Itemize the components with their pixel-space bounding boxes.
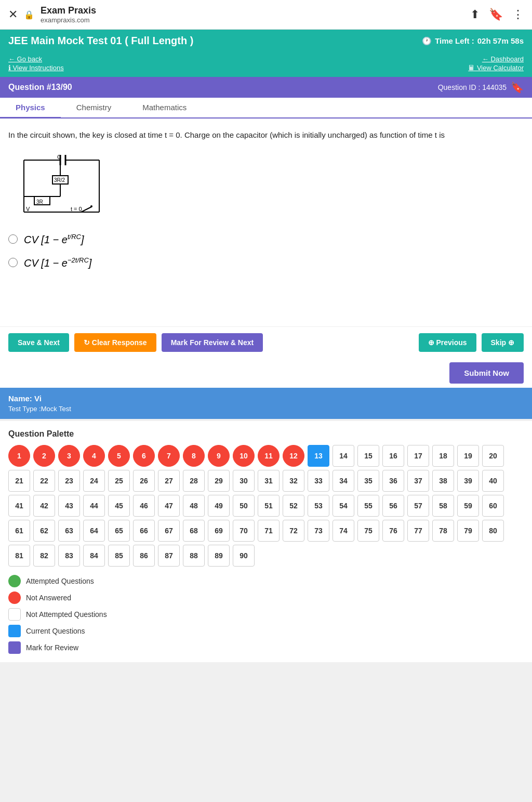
question-bookmark-icon[interactable]: 🔖 bbox=[511, 81, 524, 94]
palette-num-36[interactable]: 36 bbox=[382, 470, 404, 492]
palette-num-50[interactable]: 50 bbox=[233, 495, 255, 517]
palette-num-39[interactable]: 39 bbox=[457, 470, 479, 492]
option-1-radio[interactable] bbox=[8, 234, 18, 244]
palette-num-72[interactable]: 72 bbox=[283, 520, 304, 542]
palette-num-7[interactable]: 7 bbox=[158, 445, 180, 467]
palette-num-13[interactable]: 13 bbox=[308, 445, 329, 467]
tab-mathematics[interactable]: Mathematics bbox=[127, 98, 202, 119]
palette-num-88[interactable]: 88 bbox=[183, 545, 205, 567]
option-2-radio[interactable] bbox=[8, 258, 18, 267]
palette-num-56[interactable]: 56 bbox=[382, 495, 404, 517]
clear-response-button[interactable]: ↻ Clear Response bbox=[74, 333, 156, 352]
palette-num-57[interactable]: 57 bbox=[407, 495, 429, 517]
palette-num-22[interactable]: 22 bbox=[33, 470, 55, 492]
tab-chemistry[interactable]: Chemistry bbox=[61, 98, 127, 119]
palette-num-49[interactable]: 49 bbox=[208, 495, 230, 517]
palette-num-66[interactable]: 66 bbox=[133, 520, 155, 542]
palette-num-18[interactable]: 18 bbox=[432, 445, 454, 467]
palette-num-68[interactable]: 68 bbox=[183, 520, 205, 542]
palette-num-38[interactable]: 38 bbox=[432, 470, 454, 492]
palette-num-27[interactable]: 27 bbox=[158, 470, 180, 492]
palette-num-35[interactable]: 35 bbox=[357, 470, 379, 492]
palette-num-28[interactable]: 28 bbox=[183, 470, 205, 492]
palette-num-71[interactable]: 71 bbox=[258, 520, 280, 542]
share-button[interactable]: ⬆ bbox=[470, 8, 480, 21]
palette-num-87[interactable]: 87 bbox=[158, 545, 180, 567]
palette-num-48[interactable]: 48 bbox=[183, 495, 205, 517]
palette-num-89[interactable]: 89 bbox=[208, 545, 230, 567]
palette-num-84[interactable]: 84 bbox=[83, 545, 105, 567]
palette-num-45[interactable]: 45 bbox=[108, 495, 130, 517]
palette-num-23[interactable]: 23 bbox=[58, 470, 80, 492]
palette-num-25[interactable]: 25 bbox=[108, 470, 130, 492]
tab-physics[interactable]: Physics bbox=[0, 98, 61, 119]
palette-num-15[interactable]: 15 bbox=[357, 445, 379, 467]
palette-num-58[interactable]: 58 bbox=[432, 495, 454, 517]
palette-num-16[interactable]: 16 bbox=[382, 445, 404, 467]
view-instructions-link[interactable]: ℹ View Instructions bbox=[8, 64, 64, 72]
palette-num-14[interactable]: 14 bbox=[332, 445, 354, 467]
palette-num-60[interactable]: 60 bbox=[482, 495, 504, 517]
palette-num-37[interactable]: 37 bbox=[407, 470, 429, 492]
palette-num-40[interactable]: 40 bbox=[482, 470, 504, 492]
palette-num-77[interactable]: 77 bbox=[407, 520, 429, 542]
palette-num-19[interactable]: 19 bbox=[457, 445, 479, 467]
skip-button[interactable]: Skip ⊕ bbox=[482, 333, 524, 352]
palette-num-51[interactable]: 51 bbox=[258, 495, 280, 517]
palette-num-30[interactable]: 30 bbox=[233, 470, 255, 492]
palette-num-53[interactable]: 53 bbox=[308, 495, 329, 517]
palette-num-11[interactable]: 11 bbox=[258, 445, 280, 467]
palette-num-86[interactable]: 86 bbox=[133, 545, 155, 567]
view-calculator-link[interactable]: 🖩 View Calculator bbox=[468, 64, 524, 72]
palette-num-64[interactable]: 64 bbox=[83, 520, 105, 542]
palette-num-76[interactable]: 76 bbox=[382, 520, 404, 542]
palette-num-26[interactable]: 26 bbox=[133, 470, 155, 492]
palette-num-63[interactable]: 63 bbox=[58, 520, 80, 542]
palette-num-55[interactable]: 55 bbox=[357, 495, 379, 517]
palette-num-80[interactable]: 80 bbox=[482, 520, 504, 542]
palette-num-47[interactable]: 47 bbox=[158, 495, 180, 517]
palette-num-83[interactable]: 83 bbox=[58, 545, 80, 567]
palette-num-85[interactable]: 85 bbox=[108, 545, 130, 567]
palette-num-34[interactable]: 34 bbox=[332, 470, 354, 492]
palette-num-82[interactable]: 82 bbox=[33, 545, 55, 567]
palette-num-43[interactable]: 43 bbox=[58, 495, 80, 517]
palette-num-75[interactable]: 75 bbox=[357, 520, 379, 542]
palette-num-78[interactable]: 78 bbox=[432, 520, 454, 542]
palette-num-4[interactable]: 4 bbox=[83, 445, 105, 467]
palette-num-33[interactable]: 33 bbox=[308, 470, 329, 492]
palette-num-24[interactable]: 24 bbox=[83, 470, 105, 492]
palette-num-12[interactable]: 12 bbox=[283, 445, 304, 467]
palette-num-21[interactable]: 21 bbox=[8, 470, 30, 492]
palette-num-67[interactable]: 67 bbox=[158, 520, 180, 542]
close-button[interactable]: ✕ bbox=[8, 8, 18, 21]
submit-button[interactable]: Submit Now bbox=[449, 362, 524, 384]
palette-num-29[interactable]: 29 bbox=[208, 470, 230, 492]
go-back-link[interactable]: ← Go back bbox=[8, 55, 64, 63]
palette-num-10[interactable]: 10 bbox=[233, 445, 255, 467]
palette-num-46[interactable]: 46 bbox=[133, 495, 155, 517]
palette-num-54[interactable]: 54 bbox=[332, 495, 354, 517]
bookmark-button[interactable]: 🔖 bbox=[489, 8, 503, 21]
palette-num-17[interactable]: 17 bbox=[407, 445, 429, 467]
palette-num-41[interactable]: 41 bbox=[8, 495, 30, 517]
palette-num-20[interactable]: 20 bbox=[482, 445, 504, 467]
palette-num-65[interactable]: 65 bbox=[108, 520, 130, 542]
palette-num-90[interactable]: 90 bbox=[233, 545, 255, 567]
palette-num-42[interactable]: 42 bbox=[33, 495, 55, 517]
palette-num-69[interactable]: 69 bbox=[208, 520, 230, 542]
previous-button[interactable]: ⊕ Previous bbox=[419, 333, 476, 352]
palette-num-52[interactable]: 52 bbox=[283, 495, 304, 517]
palette-num-2[interactable]: 2 bbox=[33, 445, 55, 467]
palette-num-74[interactable]: 74 bbox=[332, 520, 354, 542]
palette-num-32[interactable]: 32 bbox=[283, 470, 304, 492]
palette-num-6[interactable]: 6 bbox=[133, 445, 155, 467]
more-button[interactable]: ⋮ bbox=[512, 8, 524, 21]
palette-num-5[interactable]: 5 bbox=[108, 445, 130, 467]
palette-num-8[interactable]: 8 bbox=[183, 445, 205, 467]
save-next-button[interactable]: Save & Next bbox=[8, 333, 69, 352]
palette-num-62[interactable]: 62 bbox=[33, 520, 55, 542]
palette-num-73[interactable]: 73 bbox=[308, 520, 329, 542]
dashboard-link[interactable]: ← Dashboard bbox=[482, 55, 524, 63]
palette-num-81[interactable]: 81 bbox=[8, 545, 30, 567]
